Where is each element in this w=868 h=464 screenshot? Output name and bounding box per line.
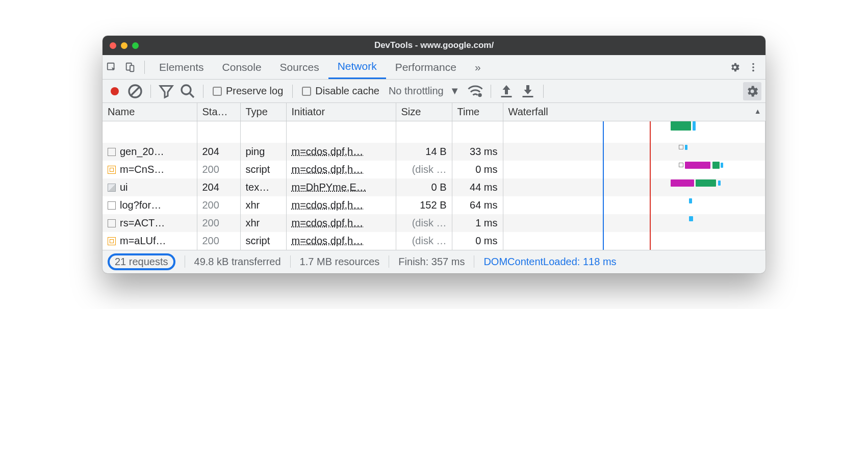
domcontentloaded-time: DOMContentLoaded: 118 ms [483, 256, 616, 268]
table-row[interactable]: log?for…200xhrm=cdos,dpf,h…152 B64 ms [103, 196, 765, 214]
initiator-link[interactable]: m=DhPYme,E… [292, 182, 367, 193]
status-code: 200 [197, 196, 240, 214]
request-name: gen_20… [120, 146, 164, 157]
request-time: 64 ms [452, 196, 503, 214]
request-size: (disk … [396, 232, 452, 250]
tab-more[interactable]: » [466, 55, 490, 79]
col-type-header[interactable]: Type [240, 103, 286, 121]
titlebar: DevTools - www.google.com/ [103, 36, 765, 55]
table-header-row: Name Sta… Type Initiator Size Time Water… [103, 103, 765, 121]
initiator-link[interactable]: m=cdos,dpf,h… [292, 217, 364, 228]
file-type-icon [108, 184, 116, 192]
main-tabs: Elements Console Sources Network Perform… [103, 55, 765, 80]
waterfall-cell [503, 161, 765, 178]
minimize-window-button[interactable] [121, 42, 127, 49]
initiator-link[interactable]: m=cdos,dpf,h… [292, 199, 364, 211]
tab-performance[interactable]: Performance [386, 55, 466, 79]
disable-cache-label: Disable cache [315, 85, 379, 97]
initiator-link[interactable]: m=cdos,dpf,h… [292, 235, 364, 246]
file-type-icon [108, 166, 116, 174]
record-button[interactable] [111, 87, 119, 95]
col-time-header[interactable]: Time [452, 103, 503, 121]
sort-arrow-icon: ▲ [754, 107, 761, 115]
window-title: DevTools - www.google.com/ [103, 40, 765, 50]
disable-cache-checkbox[interactable]: Disable cache [299, 85, 382, 97]
svg-point-10 [478, 93, 482, 97]
waterfall-cell [503, 178, 765, 196]
request-time: 44 ms [452, 178, 503, 196]
network-settings-gear-icon[interactable] [743, 82, 761, 100]
status-bar: 21 requests 49.8 kB transferred 1.7 MB r… [103, 250, 765, 273]
svg-rect-2 [130, 65, 134, 71]
requests-table: Name Sta… Type Initiator Size Time Water… [103, 103, 765, 250]
status-code: 204 [197, 143, 240, 161]
svg-line-9 [190, 93, 194, 97]
settings-gear-icon[interactable] [726, 58, 744, 76]
inspect-element-icon[interactable] [103, 58, 121, 76]
table-row[interactable]: m=CnS…200scriptm=cdos,dpf,h…(disk …0 ms [103, 161, 765, 178]
tab-network[interactable]: Network [328, 55, 386, 79]
request-name: log?for… [120, 199, 161, 211]
request-time: 0 ms [452, 161, 503, 178]
devtools-window: DevTools - www.google.com/ Elements Cons… [103, 36, 765, 273]
window-controls [103, 42, 139, 49]
checkbox-icon [302, 87, 311, 96]
request-type: script [240, 161, 286, 178]
kebab-menu-icon[interactable] [744, 58, 762, 76]
svg-point-3 [752, 63, 754, 65]
request-size: (disk … [396, 161, 452, 178]
col-initiator-header[interactable]: Initiator [286, 103, 396, 121]
request-size: 152 B [396, 196, 452, 214]
col-name-header[interactable]: Name [103, 103, 197, 121]
close-window-button[interactable] [110, 42, 116, 49]
resources-size: 1.7 MB resources [300, 256, 380, 268]
request-type: script [240, 232, 286, 250]
preserve-log-label: Preserve log [226, 85, 283, 97]
request-name: m=CnS… [120, 164, 164, 175]
file-type-icon [108, 201, 116, 210]
status-code: 200 [197, 232, 240, 250]
initiator-link[interactable]: m=cdos,dpf,h… [292, 164, 364, 175]
network-conditions-icon[interactable] [466, 82, 484, 100]
col-size-header[interactable]: Size [396, 103, 452, 121]
device-toggle-icon[interactable] [121, 58, 139, 76]
tab-sources[interactable]: Sources [271, 55, 328, 79]
network-toolbar: Preserve log Disable cache No throttling… [103, 80, 765, 103]
table-row[interactable]: ui204tex…m=DhPYme,E…0 B44 ms [103, 178, 765, 196]
throttling-select[interactable]: No throttling ▼ [386, 85, 463, 97]
table-row[interactable]: rs=ACT…200xhrm=cdos,dpf,h…(disk …1 ms [103, 214, 765, 232]
request-time: 1 ms [452, 214, 503, 232]
request-size: (disk … [396, 214, 452, 232]
request-size: 0 B [396, 178, 452, 196]
tab-elements[interactable]: Elements [150, 55, 213, 79]
status-code: 204 [197, 178, 240, 196]
svg-line-7 [131, 87, 140, 96]
initiator-link[interactable]: m=cdos,dpf,h… [292, 146, 364, 157]
tab-console[interactable]: Console [213, 55, 271, 79]
request-type: ping [240, 143, 286, 161]
svg-point-5 [752, 69, 754, 71]
table-row[interactable]: m=aLUf…200scriptm=cdos,dpf,h…(disk …0 ms [103, 232, 765, 250]
col-status-header[interactable]: Sta… [197, 103, 240, 121]
waterfall-cell [503, 232, 765, 250]
maximize-window-button[interactable] [132, 42, 139, 49]
upload-har-icon[interactable] [497, 82, 516, 100]
status-code: 200 [197, 161, 240, 178]
clear-icon[interactable] [126, 82, 144, 100]
throttling-value: No throttling [389, 85, 444, 97]
table-row[interactable]: gen_20…204pingm=cdos,dpf,h…14 B33 ms [103, 143, 765, 161]
request-size: 14 B [396, 143, 452, 161]
file-type-icon [108, 148, 116, 156]
status-code: 200 [197, 214, 240, 232]
filter-icon[interactable] [157, 82, 175, 100]
preserve-log-checkbox[interactable]: Preserve log [210, 85, 286, 97]
waterfall-cell [503, 196, 765, 214]
col-waterfall-header[interactable]: Waterfall▲ [503, 103, 765, 121]
download-har-icon[interactable] [519, 82, 537, 100]
checkbox-icon [213, 87, 222, 96]
svg-point-4 [752, 66, 754, 68]
request-name: m=aLUf… [120, 235, 166, 246]
request-time: 33 ms [452, 143, 503, 161]
file-type-icon [108, 237, 116, 245]
search-icon[interactable] [178, 82, 197, 100]
